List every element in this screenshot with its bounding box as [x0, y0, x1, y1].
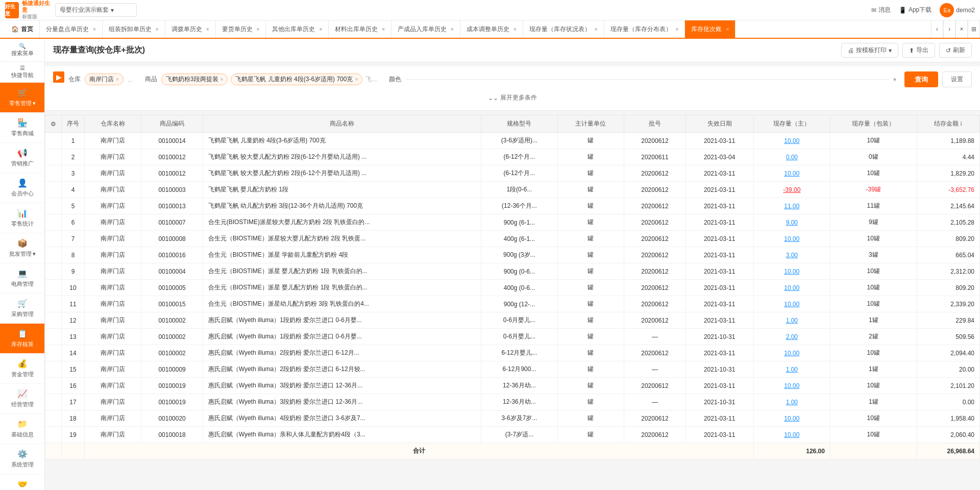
- cell-stock-main[interactable]: 3.00: [753, 247, 830, 263]
- sidebar-search[interactable]: 🔍 搜索英单: [0, 39, 44, 62]
- tab-disassemble[interactable]: 组装拆卸单历史 ×: [103, 20, 165, 38]
- product-tag-1-close[interactable]: ×: [355, 77, 358, 82]
- cell-product-code: 00100020: [141, 410, 203, 427]
- cell-stock-main[interactable]: 10.00: [753, 345, 830, 361]
- product-more[interactable]: 飞...: [365, 75, 377, 84]
- color-dropdown-arrow[interactable]: ▾: [893, 76, 896, 83]
- cell-stock-main[interactable]: 2.00: [753, 329, 830, 345]
- th-setting[interactable]: ⚙: [45, 115, 62, 133]
- tab-home[interactable]: 🏠 首页: [5, 20, 40, 38]
- sidebar-quick-nav[interactable]: ☰ 快捷导航: [0, 62, 44, 83]
- cell-stock-main[interactable]: 11.00: [753, 198, 830, 214]
- cell-stock-main[interactable]: 0.00: [753, 149, 830, 165]
- cell-index: 5: [62, 198, 85, 214]
- cell-unit: 罐: [557, 280, 624, 296]
- close-icon[interactable]: ×: [257, 27, 260, 32]
- cell-stock-main[interactable]: 10.00: [753, 231, 830, 247]
- sidebar-item-enterprise-coop[interactable]: 🤝 企业协同: [0, 474, 44, 490]
- sidebar-item-purchase-mgmt[interactable]: 🛒 采购管理: [0, 293, 44, 324]
- cell-stock-main[interactable]: 10.00: [753, 263, 830, 280]
- sidebar-item-member-center[interactable]: 👤 会员中心: [0, 173, 44, 203]
- sidebar-item-retail-stats[interactable]: 📊 零售统计: [0, 203, 44, 233]
- cell-expire-date: 2021-03-04: [685, 149, 753, 165]
- tab-inventory-dist[interactable]: 现存量（库存分布表） ×: [604, 20, 685, 38]
- cell-stock-main[interactable]: 10.00: [753, 378, 830, 394]
- sidebar-item-wholesale-mgmt[interactable]: 📦 批发管理 ▾: [0, 233, 44, 263]
- cell-stock-main[interactable]: 10.00: [753, 410, 830, 427]
- product-tag-0[interactable]: 飞鹤奶粉3段两提装 ×: [161, 74, 228, 85]
- sidebar-item-system-mgmt[interactable]: ⚙️ 系统管理: [0, 444, 44, 474]
- tab-batch-voucher[interactable]: 库存批次账 ×: [685, 20, 736, 38]
- sidebar-item-retail-mgmt[interactable]: 🛒 零售管理 ▾: [0, 83, 44, 113]
- close-icon[interactable]: ×: [513, 27, 517, 32]
- query-btn[interactable]: 查询: [904, 71, 938, 87]
- cell-balance: 509.56: [917, 329, 979, 345]
- tab-inventory-status[interactable]: 现存量（库存状况表） ×: [523, 20, 604, 38]
- sidebar-item-basic-info[interactable]: 📁 基础信息: [0, 414, 44, 444]
- tab-require[interactable]: 要货单历史 ×: [216, 20, 266, 38]
- cell-stock-main[interactable]: 1.00: [753, 312, 830, 329]
- basic-info-icon: 📁: [17, 419, 28, 429]
- tab-prev-arrow[interactable]: ‹: [931, 20, 943, 38]
- export-btn[interactable]: ⬆ 导出: [902, 43, 935, 58]
- close-icon[interactable]: ×: [382, 27, 385, 32]
- close-icon[interactable]: ×: [451, 27, 454, 32]
- close-icon[interactable]: ×: [595, 27, 598, 32]
- cell-setting: [45, 182, 62, 198]
- tab-transfer[interactable]: 调拨单历史 ×: [165, 20, 216, 38]
- close-icon[interactable]: ×: [206, 27, 209, 32]
- cell-stock-main[interactable]: 9.00: [753, 214, 830, 231]
- product-tag-1[interactable]: 飞鹤星飞帆 儿童奶粉 4段(3-6岁适用) 700克 ×: [231, 74, 362, 85]
- close-icon[interactable]: ×: [156, 27, 159, 32]
- th-stock-main: 现存量（主）: [753, 115, 830, 133]
- tab-other-out[interactable]: 其他出库单历史 ×: [266, 20, 329, 38]
- app-download-btn[interactable]: 📱 App下载: [899, 6, 932, 14]
- sidebar-item-retail-store[interactable]: 🏪 零售商城: [0, 113, 44, 143]
- sidebar-item-finance-mgmt[interactable]: 💰 资金管理: [0, 354, 44, 384]
- wholesale-mgmt-icon: 📦: [17, 238, 28, 248]
- retail-store-icon: 🏪: [17, 118, 28, 128]
- expand-more-conditions[interactable]: ⌄⌄ 展开更多条件: [53, 90, 972, 105]
- user-area[interactable]: Ea demo2: [940, 3, 975, 17]
- cell-stock-main[interactable]: 1.00: [753, 361, 830, 378]
- cell-stock-main[interactable]: 10.00: [753, 296, 830, 312]
- product-tag-0-close[interactable]: ×: [220, 77, 224, 82]
- sidebar-item-ecommerce-mgmt[interactable]: 💻 电商管理: [0, 263, 44, 293]
- message-btn[interactable]: ✉ 消息: [871, 6, 891, 14]
- warehouse-tag[interactable]: 南岸门店 ×: [85, 74, 124, 85]
- cell-stock-main[interactable]: 1.00: [753, 394, 830, 410]
- tab-next-arrow[interactable]: ›: [943, 20, 955, 38]
- sidebar-item-inventory-check[interactable]: 📋 库存核算: [0, 324, 44, 354]
- close-icon[interactable]: ×: [726, 27, 729, 32]
- cell-stock-main[interactable]: 10.00: [753, 280, 830, 296]
- summary-setting: [45, 443, 62, 459]
- close-icon[interactable]: ×: [319, 27, 322, 32]
- sidebar-item-marketing[interactable]: 📢 营销推广: [0, 143, 44, 173]
- account-selector[interactable]: 母婴行业演示账套 ▾: [55, 3, 137, 17]
- tab-close-all[interactable]: ×: [955, 20, 968, 38]
- cell-unit: 罐: [557, 263, 624, 280]
- expand-filter-btn[interactable]: ▶: [53, 71, 64, 83]
- cell-stock-main[interactable]: 10.00: [753, 133, 830, 149]
- cell-stock-main[interactable]: -39.00: [753, 182, 830, 198]
- tab-cost-adjust[interactable]: 成本调整单历史 ×: [460, 20, 523, 38]
- warehouse-more[interactable]: ...: [128, 76, 133, 83]
- tab-material-out[interactable]: 材料出库单历史 ×: [329, 20, 391, 38]
- close-icon[interactable]: ×: [676, 27, 679, 32]
- summary-empty: [62, 443, 85, 459]
- refresh-btn[interactable]: ↺ 刷新: [939, 43, 972, 58]
- tab-split-inventory[interactable]: 分量盘点单历史 ×: [40, 20, 103, 38]
- cell-stock-main[interactable]: 10.00: [753, 427, 830, 443]
- cell-stock-main[interactable]: 10.00: [753, 165, 830, 182]
- sidebar-item-operation-mgmt[interactable]: 📈 经营管理: [0, 384, 44, 414]
- warehouse-tag-close[interactable]: ×: [116, 77, 119, 82]
- table-row: 10 南岸门店 00100005 合生元（BIOSTIME）派星 婴儿配方奶粉 …: [45, 280, 980, 296]
- tab-produce-in[interactable]: 产成品入库单历史 ×: [391, 20, 460, 38]
- close-icon[interactable]: ×: [93, 27, 96, 32]
- table-row: 15 南岸门店 00100009 惠氏启赋（Wyeth illuma）2段奶粉 …: [45, 361, 980, 378]
- summary-stock-pkg: [830, 443, 917, 459]
- settings-btn[interactable]: 设置: [942, 71, 972, 87]
- print-btn[interactable]: 🖨 按模板打印 ▾: [841, 43, 898, 58]
- tab-menu[interactable]: ⊞: [968, 20, 980, 38]
- balance-info-icon[interactable]: ℹ: [960, 120, 962, 127]
